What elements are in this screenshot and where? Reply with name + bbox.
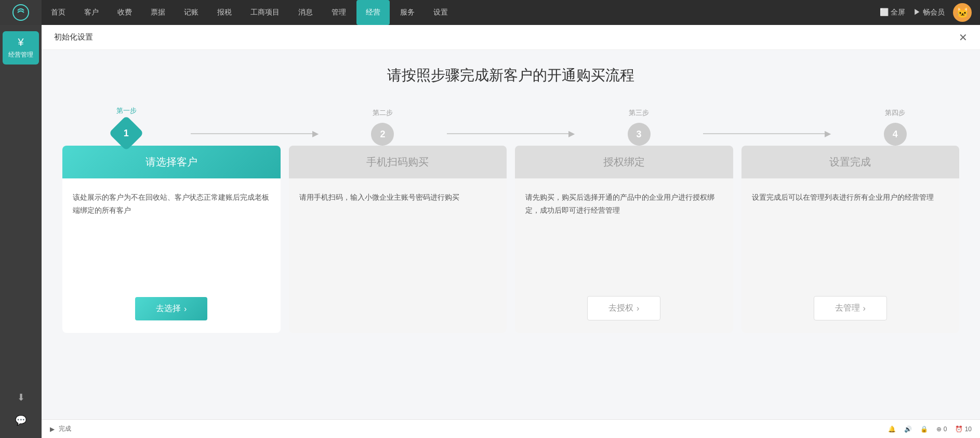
logo[interactable] [0,0,42,25]
step3-card-footer: 去授权 › [515,288,733,333]
nav-ticket[interactable]: 票据 [141,0,175,25]
step3-card-header: 授权绑定 [515,146,733,178]
step1-action-button[interactable]: 去选择 › [135,297,207,320]
nav-client[interactable]: 客户 [75,0,108,25]
step4-card-header: 设置完成 [741,146,960,178]
connector-2-3: ▶ [447,128,575,146]
status-bar-left: ▶ 完成 [50,424,71,433]
top-navigation: 首页 客户 收费 票据 记账 报税 工商项目 消息 管理 经营 服务 设置 ⬜ … [0,0,980,25]
content-area: 初始化设置 ✕ 请按照步骤完成新客户的开通购买流程 第一步 1 [42,25,980,438]
step2-card: 手机扫码购买 请用手机扫码，输入小微企业主账号密码进行购买 [289,146,507,333]
step4-card: 设置完成 设置完成后可以在管理列表进行所有企业用户的经营管理 去管理 › [741,146,960,333]
step4-action-button[interactable]: 去管理 › [814,296,887,320]
step1-number: 1 [124,127,129,138]
step3-card-body: 请先购买，购买后选择开通的产品中的企业用户进行授权绑定，成功后即可进行经营管理 [515,178,733,288]
lock-icon[interactable]: 🔒 [920,426,928,433]
top-nav-right: ⬜ 全屏 ▶ 畅会员 🐱 [880,3,980,22]
step2-card-body: 请用手机扫码，输入小微企业主账号密码进行购买 [289,178,507,312]
step1-card-body: 该处展示的客户为不在回收站、客户状态正常建账后完成老板端绑定的所有客户 [62,178,281,289]
nav-bizproject[interactable]: 工商项目 [241,0,289,25]
step2-card-footer [289,312,507,333]
download-icon[interactable]: ⬇ [11,388,30,407]
sidebar-item-label: 经营管理 [8,50,33,59]
count-display: ⊕ 0 [936,426,947,433]
step4-number: 4 [893,129,898,140]
sidebar: ¥ 经营管理 ⬇ 💬 [0,25,42,438]
connector-3-4: ▶ [703,128,831,146]
avatar[interactable]: 🐱 [953,3,972,22]
nav-items: 首页 客户 收费 票据 记账 报税 工商项目 消息 管理 经营 服务 设置 [42,0,880,25]
cards-row: 请选择客户 该处展示的客户为不在回收站、客户状态正常建账后完成老板端绑定的所有客… [62,146,959,333]
nav-message[interactable]: 消息 [289,0,322,25]
breadcrumb-bar: 初始化设置 ✕ [42,25,980,50]
sidebar-bottom: ⬇ 💬 [11,388,30,438]
nav-bookkeeping[interactable]: 记账 [175,0,208,25]
volume-icon[interactable]: 🔊 [904,426,912,433]
step3-label: 第三步 [629,108,649,118]
main-layout: ¥ 经营管理 ⬇ 💬 初始化设置 ✕ 请按照步骤完成新客户的开通购买流程 第一步 [0,25,980,438]
step3-button-arrow: › [637,304,639,313]
step3-number: 3 [637,129,642,140]
notification-icon[interactable]: 🔔 [888,426,896,433]
step1-card-header: 请选择客户 [62,146,281,178]
step1-diamond: 1 [109,115,144,151]
fullscreen-button[interactable]: ⬜ 全屏 [880,8,905,17]
breadcrumb-title: 初始化设置 [54,32,93,42]
step1-button-label: 去选择 [156,303,181,314]
step4-button-arrow: › [863,304,866,313]
close-button[interactable]: ✕ [959,31,968,44]
step2-card-header: 手机扫码购买 [289,146,507,178]
svg-point-0 [13,5,29,20]
nav-manage[interactable]: 管理 [322,0,355,25]
step1-card: 请选择客户 该处展示的客户为不在回收站、客户状态正常建账后完成老板端绑定的所有客… [62,146,281,333]
vip-button[interactable]: ▶ 畅会员 [913,8,945,17]
nav-operation[interactable]: 经营 [356,0,390,25]
step1-card-footer: 去选择 › [62,289,281,333]
step4-card-body: 设置完成后可以在管理列表进行所有企业用户的经营管理 [741,178,960,288]
step3-circle: 3 [628,123,651,146]
step4-circle: 4 [884,123,907,146]
time-display: ⏰ 10 [955,426,972,433]
wizard-container: 请按照步骤完成新客户的开通购买流程 第一步 1 [42,50,980,419]
nav-home[interactable]: 首页 [42,0,75,25]
nav-tax[interactable]: 报税 [208,0,241,25]
step3-action-button[interactable]: 去授权 › [587,296,660,320]
connector-1-2: ▶ [191,128,319,146]
chat-icon[interactable]: 💬 [11,411,30,430]
yuan-icon: ¥ [18,36,23,48]
step4-label: 第四步 [885,108,905,118]
status-text: 完成 [59,424,71,433]
play-icon[interactable]: ▶ [50,426,55,433]
step1-label: 第一步 [116,106,137,115]
nav-service[interactable]: 服务 [391,0,424,25]
sidebar-item-operation[interactable]: ¥ 经营管理 [3,31,39,65]
step3-card: 授权绑定 请先购买，购买后选择开通的产品中的企业用户进行授权绑定，成功后即可进行… [515,146,733,333]
status-bar: ▶ 完成 🔔 🔊 🔒 ⊕ 0 ⏰ 10 [42,419,980,438]
step1-button-arrow: › [184,304,187,314]
step2-number: 2 [380,129,385,140]
step3-button-label: 去授权 [608,303,633,314]
step4-button-label: 去管理 [835,303,860,314]
step4-card-footer: 去管理 › [741,288,960,333]
status-bar-right: 🔔 🔊 🔒 ⊕ 0 ⏰ 10 [888,426,972,433]
nav-settings[interactable]: 设置 [424,0,457,25]
step2-circle: 2 [371,123,394,146]
wizard-title: 请按照步骤完成新客户的开通购买流程 [62,66,959,85]
step2-label: 第二步 [373,108,393,118]
nav-fee[interactable]: 收费 [108,0,141,25]
